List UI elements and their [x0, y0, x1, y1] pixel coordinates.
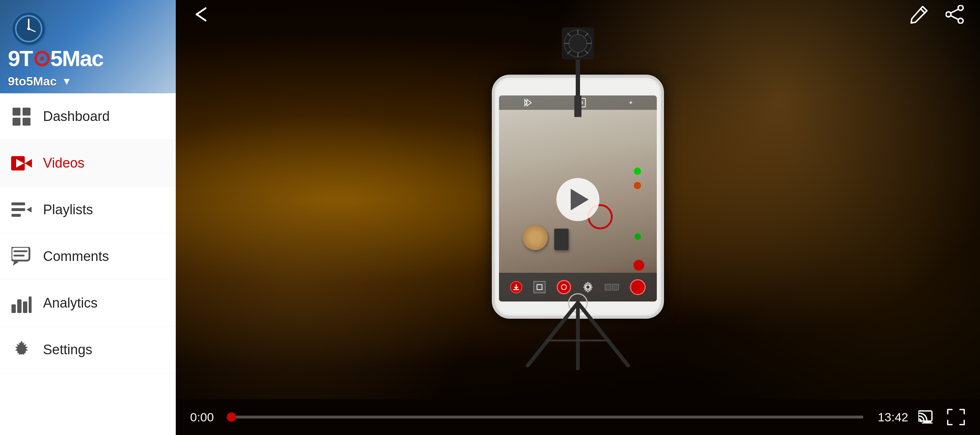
svg-line-31 — [951, 10, 958, 13]
sidebar-item-videos[interactable]: Videos — [0, 140, 176, 186]
video-controls: 0:00 13:42 — [176, 399, 980, 435]
top-bar-right — [908, 3, 966, 25]
cam-settings-icon — [582, 281, 593, 293]
cam-mode-icons — [605, 284, 619, 290]
dashboard-icon — [11, 106, 32, 127]
play-button[interactable] — [556, 178, 600, 221]
volume-btn-1 — [492, 128, 493, 142]
brand-text: 9T⊙5Mac — [8, 45, 168, 72]
svg-line-25 — [197, 8, 205, 14]
svg-line-51 — [578, 303, 628, 365]
svg-line-27 — [920, 9, 925, 13]
cam-save-btn — [510, 281, 522, 293]
share-button[interactable] — [944, 3, 966, 25]
sidebar-item-analytics[interactable]: Analytics — [0, 280, 176, 327]
sidebar-item-playlists[interactable]: Playlists — [0, 186, 176, 233]
tripod-svg — [515, 298, 641, 370]
sidebar-item-comments[interactable]: Comments — [0, 233, 176, 280]
cam-record-btn-2 — [630, 279, 646, 295]
svg-marker-43 — [527, 99, 531, 106]
analytics-icon — [11, 293, 32, 314]
settings-label: Settings — [43, 342, 92, 357]
svg-rect-13 — [11, 208, 25, 211]
videos-icon — [11, 153, 32, 174]
svg-rect-14 — [11, 214, 21, 217]
total-time: 13:42 — [872, 410, 908, 424]
svg-rect-6 — [22, 108, 30, 116]
sidebar: 9T⊙5Mac 9to5Mac ▼ Dashboard — [0, 0, 176, 435]
playlists-label: Playlists — [43, 202, 93, 218]
fullscreen-button[interactable] — [946, 407, 966, 427]
cam-crop-btn — [533, 281, 546, 293]
video-container[interactable]: + — [176, 0, 980, 399]
cast-button[interactable] — [917, 407, 937, 427]
svg-rect-20 — [11, 304, 16, 313]
svg-rect-8 — [22, 118, 30, 126]
analytics-label: Analytics — [43, 295, 97, 311]
svg-rect-55 — [923, 421, 931, 422]
comments-label: Comments — [43, 249, 109, 264]
svg-marker-10 — [25, 159, 32, 167]
channel-name: 9to5Mac — [8, 74, 57, 88]
svg-rect-48 — [537, 285, 542, 290]
cam-record-btn — [557, 280, 571, 294]
svg-rect-12 — [11, 202, 25, 205]
svg-text:9T⊙5Mac: 9T⊙5Mac — [8, 46, 103, 70]
videos-label: Videos — [43, 155, 85, 171]
channel-name-row: 9to5Mac ▼ — [0, 74, 176, 88]
clock-svg — [14, 14, 43, 43]
svg-point-34 — [569, 35, 587, 53]
sidebar-item-dashboard[interactable]: Dashboard — [0, 93, 176, 140]
green-indicator-2 — [634, 182, 641, 189]
svg-point-28 — [958, 5, 963, 10]
volume-btn-2 — [492, 149, 493, 171]
svg-rect-21 — [17, 300, 22, 313]
svg-rect-16 — [11, 247, 29, 261]
video-top-bar — [176, 0, 980, 29]
rec-dot — [633, 260, 644, 271]
back-button[interactable] — [190, 3, 212, 25]
svg-line-50 — [528, 303, 578, 365]
channel-header: 9T⊙5Mac 9to5Mac ▼ — [0, 0, 176, 93]
settings-icon — [11, 339, 32, 361]
edit-button[interactable] — [908, 3, 930, 25]
svg-rect-22 — [23, 301, 27, 313]
svg-point-29 — [958, 18, 963, 23]
svg-point-3 — [27, 27, 30, 30]
svg-line-32 — [951, 16, 958, 19]
svg-marker-15 — [27, 207, 32, 212]
nav-list: Dashboard Videos — [0, 93, 176, 435]
dropdown-arrow-icon[interactable]: ▼ — [62, 76, 72, 87]
current-time: 0:00 — [190, 410, 223, 424]
svg-line-26 — [197, 14, 205, 21]
svg-point-49 — [586, 285, 590, 289]
clock-circle — [11, 11, 47, 47]
sidebar-item-settings[interactable]: Settings — [0, 327, 176, 373]
play-btn-circle[interactable] — [556, 178, 600, 221]
svg-rect-23 — [29, 296, 32, 313]
svg-rect-5 — [13, 108, 21, 116]
video-area: + — [176, 0, 980, 435]
comments-icon — [11, 246, 32, 268]
channel-logo — [11, 11, 47, 47]
svg-point-30 — [946, 12, 951, 17]
dashboard-label: Dashboard — [43, 109, 110, 124]
svg-rect-7 — [13, 118, 21, 126]
progress-bar[interactable] — [231, 416, 864, 419]
playlists-icon — [11, 199, 32, 221]
progress-thumb[interactable] — [227, 413, 236, 422]
svg-rect-56 — [922, 422, 933, 424]
power-btn — [663, 156, 664, 182]
play-triangle-icon — [571, 189, 589, 210]
